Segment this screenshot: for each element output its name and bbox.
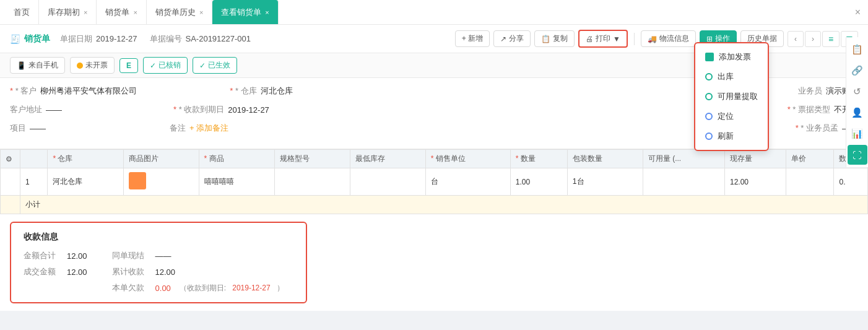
doc-no-field: 单据编号 SA-20191227-001	[150, 33, 251, 45]
share-button[interactable]: ↗ 分享	[493, 30, 531, 47]
logistics-icon: 🚚	[648, 35, 657, 43]
payment-rows: 金额合计 12.00 成交金额 12.00 同单现结 ——	[24, 250, 293, 293]
prev-button[interactable]: ‹	[788, 31, 804, 47]
col-pack-qty: 包装数量	[567, 150, 643, 168]
copy-button[interactable]: 📋 复制	[534, 30, 575, 47]
row-stock: 12.00	[724, 168, 786, 196]
tab-inventory-init[interactable]: 库存期初 ×	[39, 0, 97, 24]
same-order-settle-row: 同单现结 ——	[112, 250, 284, 261]
print-dropdown-icon: ▼	[613, 35, 620, 43]
table-container: ⚙ * 仓库 商品图片 * 商品 规格型号 最低库存 * 销售单位 * 数量 包…	[0, 149, 868, 214]
separator-1	[634, 33, 635, 45]
row-sales-unit: 台	[425, 168, 510, 196]
available-qty-item[interactable]: 可用量提取	[695, 87, 768, 106]
not-open-button[interactable]: 未开票	[70, 57, 115, 74]
doc-icon: 🧾	[10, 34, 20, 44]
sidebar-icon-2[interactable]: 🔗	[848, 61, 867, 80]
sidebar-icon-3[interactable]: ↺	[848, 82, 867, 102]
add-invoice-icon	[705, 53, 714, 61]
e-button[interactable]: E	[119, 58, 138, 73]
col-unit-price: 单价	[786, 150, 834, 168]
row-gear	[1, 168, 20, 196]
col-stock: 现存量	[724, 150, 786, 168]
close-tab-inventory[interactable]: ×	[84, 9, 87, 16]
payment-col-right: 同单现结 —— 累计收款 12.00 本单欠款 0.00 （收款到期日: 201…	[112, 250, 284, 293]
row-unit-price	[786, 168, 834, 196]
toolbar: + 新增 ↗ 分享 📋 复制 🖨 打印 ▼ 🚚 物流信息	[455, 30, 858, 48]
payment-info: 收款信息 金额合计 12.00 成交金额 12.00	[10, 222, 307, 303]
effective-button[interactable]: ✓ 已生效	[193, 57, 237, 74]
doc-date-value: 2019-12-27	[96, 34, 137, 43]
col-spec: 规格型号	[274, 150, 350, 168]
list-view-button[interactable]: ≡	[822, 31, 840, 47]
due-date-field: * 收款到期日 2019-12-27	[173, 104, 269, 115]
note-field: 备注 + 添加备注	[170, 123, 228, 134]
not-open-indicator	[77, 63, 83, 69]
payment-title: 收款信息	[24, 232, 293, 243]
tab-sales-history[interactable]: 销货单历史 ×	[147, 0, 212, 24]
tab-sales-order[interactable]: 销货单 ×	[97, 0, 146, 24]
project-value: ——	[30, 124, 46, 133]
customer-value: 柳州粤港平安气体有限公司	[40, 85, 137, 97]
table-row: 1 河北仓库 嘻嘻嘻嘻 台 1.00 1台 12.00	[1, 168, 868, 196]
close-tab-view[interactable]: ×	[265, 9, 269, 16]
col-quantity: * 数量	[510, 150, 567, 168]
outbound-item[interactable]: 出库	[695, 67, 768, 87]
sidebar-icon-5[interactable]: 📊	[848, 124, 867, 144]
due-payment-row: 本单欠款 0.00 （收款到期日: 2019-12-27 ）	[112, 282, 284, 293]
operation-dropdown: 添加发票 出库 可用量提取 定位 刷新	[694, 42, 769, 151]
row-pack-qty: 1台	[567, 168, 643, 196]
row-quantity: 1.00	[510, 168, 567, 196]
col-sales-unit: * 销售单位	[425, 150, 510, 168]
doc-no-value: SA-20191227-001	[186, 34, 251, 43]
sidebar-icon-4[interactable]: 👤	[848, 103, 867, 123]
refresh-item[interactable]: 刷新	[695, 126, 768, 146]
add-button[interactable]: + 新增	[455, 30, 490, 47]
locate-icon	[705, 113, 713, 120]
available-qty-icon	[705, 93, 713, 100]
doc-title-text: 销货单	[24, 33, 50, 45]
tab-home[interactable]: 首页	[5, 0, 39, 24]
warehouse-value: 河北仓库	[261, 85, 293, 97]
payment-col-left: 金额合计 12.00 成交金额 12.00	[24, 250, 87, 293]
col-index	[20, 150, 48, 168]
row-product: 嘻嘻嘻嘻	[199, 168, 274, 196]
col-available: 可用量 (...	[643, 150, 724, 168]
col-gear: ⚙	[1, 150, 20, 168]
tab-bar: 首页 库存期初 × 销货单 × 销货单历史 × 查看销货单 × ×	[0, 0, 868, 25]
col-product: * 商品	[199, 150, 274, 168]
right-sidebar: 📋 🔗 ↺ 👤 📊 ⛶	[846, 37, 868, 167]
sidebar-icon-expand[interactable]: ⛶	[848, 145, 867, 165]
doc-meta: 单据日期 2019-12-27 单据编号 SA-20191227-001	[60, 33, 445, 45]
col-min-stock: 最低库存	[350, 150, 425, 168]
add-note-button[interactable]: + 添加备注	[189, 123, 228, 134]
doc-date-field: 单据日期 2019-12-27	[60, 33, 137, 45]
row-warehouse: 河北仓库	[48, 168, 123, 196]
close-tab-sales[interactable]: ×	[133, 9, 137, 16]
product-image	[129, 172, 146, 189]
bottom-panel: 收款信息 金额合计 12.00 成交金额 12.00	[0, 214, 868, 311]
subtotal-label: 小计	[20, 196, 868, 214]
add-invoice-item[interactable]: 添加发票	[695, 47, 768, 67]
print-button[interactable]: 🖨 打印 ▼	[578, 30, 628, 48]
from-mobile-button[interactable]: 📱 来自手机	[10, 57, 65, 74]
cancelled-button[interactable]: ✓ 已核销	[143, 57, 188, 74]
warehouse-field: * 仓库 河北仓库	[230, 85, 292, 97]
mobile-icon: 📱	[17, 61, 26, 70]
locate-item[interactable]: 定位	[695, 106, 768, 126]
print-icon: 🖨	[586, 35, 593, 43]
items-table: ⚙ * 仓库 商品图片 * 商品 规格型号 最低库存 * 销售单位 * 数量 包…	[0, 149, 868, 214]
subtotal-row: 小计	[1, 196, 868, 214]
row-index: 1	[20, 168, 48, 196]
logistics-button[interactable]: 🚚 物流信息	[641, 30, 696, 47]
customer-field: * 客户 柳州粤港平安气体有限公司	[10, 85, 137, 97]
tab-view-sales[interactable]: 查看销货单 ×	[212, 0, 278, 24]
row-product-img	[123, 168, 199, 196]
deal-amount-row: 成交金额 12.00	[24, 266, 87, 277]
sidebar-icon-1[interactable]: 📋	[848, 40, 867, 59]
table-header-row: ⚙ * 仓库 商品图片 * 商品 规格型号 最低库存 * 销售单位 * 数量 包…	[1, 150, 868, 168]
next-button[interactable]: ›	[805, 31, 821, 47]
close-tab-history[interactable]: ×	[199, 9, 203, 16]
doc-title: 🧾 销货单	[10, 33, 50, 45]
close-all-button[interactable]: ×	[855, 7, 861, 18]
